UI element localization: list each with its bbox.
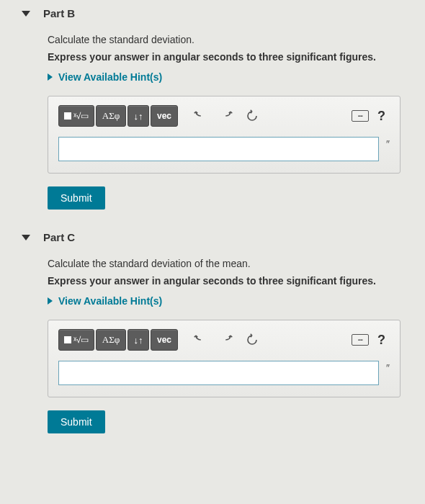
reset-button[interactable] <box>243 107 261 125</box>
reset-button[interactable] <box>243 330 261 349</box>
hints-label: View Available Hint(s) <box>58 71 162 83</box>
part-c-section: Part C Calculate the standard deviation … <box>22 231 411 433</box>
hints-label: View Available Hint(s) <box>58 295 162 307</box>
part-b-section: Part B Calculate the standard deviation.… <box>22 7 411 210</box>
instruction-text: Calculate the standard deviation of the … <box>48 258 411 269</box>
greek-button[interactable]: ΑΣφ <box>96 329 126 351</box>
part-c-header[interactable]: Part C <box>22 231 411 243</box>
help-button[interactable]: ? <box>373 109 390 124</box>
unit-label: ″ <box>386 137 390 161</box>
subscript-superscript-button[interactable]: ↓↑ <box>128 105 149 127</box>
undo-icon <box>194 109 207 122</box>
vector-button[interactable]: vec <box>151 105 178 127</box>
redo-button[interactable] <box>217 330 236 349</box>
templates-icon: ᵡ√▭ <box>64 335 89 345</box>
caret-right-icon <box>48 73 53 81</box>
formula-toolbar: ᵡ√▭ ΑΣφ ↓↑ vec ▪▪▪▪ ? <box>58 105 390 127</box>
reset-icon <box>246 109 259 122</box>
undo-icon <box>194 333 207 346</box>
answer-box: ᵡ√▭ ΑΣφ ↓↑ vec ▪▪▪▪ ? <box>48 320 401 397</box>
redo-button[interactable] <box>217 107 236 125</box>
undo-button[interactable] <box>191 330 210 349</box>
unit-label: ″ <box>386 361 390 385</box>
reset-icon <box>246 333 259 346</box>
redo-icon <box>220 333 233 346</box>
view-hints-link[interactable]: View Available Hint(s) <box>48 71 411 83</box>
caret-right-icon <box>48 297 53 305</box>
undo-button[interactable] <box>191 107 210 125</box>
keyboard-button[interactable]: ▪▪▪▪ <box>352 334 369 346</box>
submit-button[interactable]: Submit <box>48 186 105 210</box>
formula-toolbar: ᵡ√▭ ΑΣφ ↓↑ vec ▪▪▪▪ ? <box>58 329 390 351</box>
caret-down-icon <box>22 11 30 17</box>
instruction-bold-text: Express your answer in angular seconds t… <box>48 51 411 63</box>
instruction-bold-text: Express your answer in angular seconds t… <box>48 275 411 287</box>
part-b-header[interactable]: Part B <box>22 7 411 19</box>
caret-down-icon <box>22 235 30 240</box>
vector-button[interactable]: vec <box>151 329 178 351</box>
keyboard-button[interactable]: ▪▪▪▪ <box>352 110 369 122</box>
part-b-body: Calculate the standard deviation. Expres… <box>22 34 411 210</box>
templates-icon: ᵡ√▭ <box>64 111 89 121</box>
instruction-text: Calculate the standard deviation. <box>48 34 411 45</box>
answer-input[interactable] <box>58 137 379 161</box>
part-b-title: Part B <box>43 7 75 19</box>
greek-button[interactable]: ΑΣφ <box>96 105 126 127</box>
part-c-body: Calculate the standard deviation of the … <box>22 258 411 433</box>
part-c-title: Part C <box>43 231 75 243</box>
templates-button[interactable]: ᵡ√▭ <box>58 329 94 351</box>
submit-button[interactable]: Submit <box>48 410 105 433</box>
help-button[interactable]: ? <box>373 333 390 348</box>
templates-button[interactable]: ᵡ√▭ <box>58 105 94 127</box>
subscript-superscript-button[interactable]: ↓↑ <box>128 329 149 351</box>
answer-box: ᵡ√▭ ΑΣφ ↓↑ vec ▪▪▪▪ ? <box>48 96 401 174</box>
answer-input[interactable] <box>58 361 379 385</box>
redo-icon <box>220 109 233 122</box>
view-hints-link[interactable]: View Available Hint(s) <box>48 295 411 307</box>
